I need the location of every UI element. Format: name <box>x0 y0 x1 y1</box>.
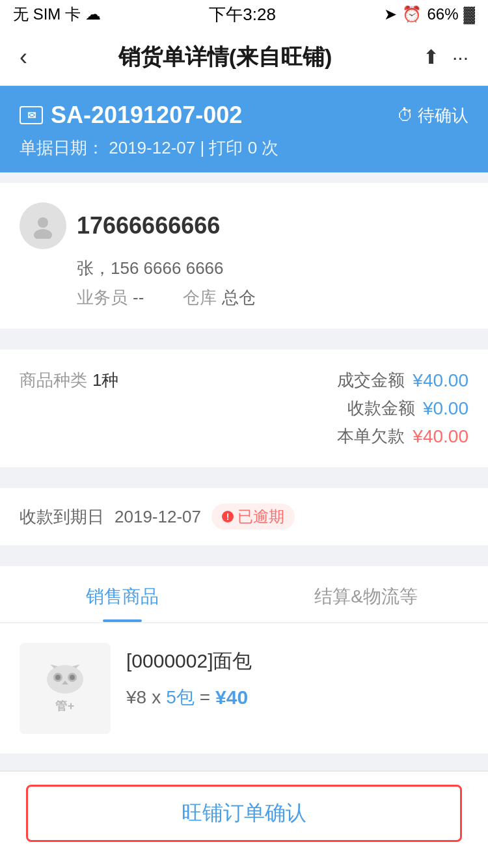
summary-section: 商品种类 1种 成交金额 ¥40.00 收款金额 ¥0.00 本单欠款 ¥40.… <box>0 349 488 467</box>
divider-2 <box>0 339 488 349</box>
tab-sales-label: 销售商品 <box>86 586 159 606</box>
tab-settlement-label: 结算&物流等 <box>314 586 418 606</box>
owed-value: ¥40.00 <box>413 426 468 447</box>
envelope-icon: ✉ <box>20 106 43 124</box>
svg-point-2 <box>47 665 83 694</box>
page-title: 销货单详情(来自旺铺) <box>118 42 332 72</box>
share-icon[interactable]: ⬆ <box>423 46 439 68</box>
nav-bar: ‹ 销货单详情(来自旺铺) ⬆ ··· <box>0 29 488 86</box>
date-value: 2019-12-07 <box>109 138 195 157</box>
customer-header: 17666666666 <box>20 202 468 249</box>
location-icon: ➤ <box>384 5 397 23</box>
divider-4 <box>0 556 488 566</box>
confirm-button[interactable]: 旺铺订单确认 <box>26 785 462 842</box>
overdue-text: 已逾期 <box>237 506 284 527</box>
divider-1 <box>0 172 488 183</box>
battery-icon: ▓ <box>463 5 475 23</box>
order-id-text: SA-20191207-002 <box>51 102 242 129</box>
goods-type-label: 商品种类 <box>20 369 87 392</box>
product-list: 管+ [0000002]面包 ¥8 x 5包 = ¥40 <box>0 623 488 753</box>
battery-status: 66% <box>427 5 458 23</box>
transaction-label: 成交金额 <box>337 369 405 392</box>
warehouse-value: 总仓 <box>222 286 256 309</box>
owed-label: 本单欠款 <box>337 425 405 448</box>
svg-point-5 <box>55 675 61 680</box>
overdue-badge: ! 已逾期 <box>211 504 295 530</box>
goods-type: 商品种类 1种 <box>20 369 118 392</box>
product-details: [0000002]面包 ¥8 x 5包 = ¥40 <box>126 643 468 710</box>
owed-amount-row: 本单欠款 ¥40.00 <box>337 425 468 448</box>
avatar <box>20 202 66 249</box>
customer-section: 17666666666 张，156 6666 6666 业务员 -- 仓库 总仓 <box>0 183 488 329</box>
svg-point-1 <box>34 229 52 239</box>
tabs-section: 销售商品 结算&物流等 <box>0 566 488 753</box>
product-image: 管+ <box>20 643 111 734</box>
nav-actions: ⬆ ··· <box>423 46 468 68</box>
product-placeholder: 管+ <box>42 663 88 714</box>
tab-settlement[interactable]: 结算&物流等 <box>244 566 488 622</box>
transaction-amount-row: 成交金额 ¥40.00 <box>337 369 468 392</box>
order-status: ⏱ 待确认 <box>397 104 468 127</box>
print-info: 打印 0 次 <box>209 138 278 157</box>
clock-icon: ⏱ <box>397 105 414 126</box>
back-button[interactable]: ‹ <box>20 44 27 71</box>
due-date: 2019-12-07 <box>115 507 201 527</box>
divider-3 <box>0 478 488 488</box>
order-header: ✉ SA-20191207-002 ⏱ 待确认 单据日期： 2019-12-07… <box>0 86 488 172</box>
goods-type-value: 1种 <box>92 369 118 392</box>
due-label: 收款到期日 <box>20 506 104 528</box>
received-label: 收款金额 <box>347 397 415 420</box>
product-item: 管+ [0000002]面包 ¥8 x 5包 = ¥40 <box>20 643 468 734</box>
status-right: ➤ ⏰ 66% ▓ <box>384 5 475 23</box>
tabs-header: 销售商品 结算&物流等 <box>0 566 488 623</box>
multiply-sign: x <box>152 687 161 708</box>
received-value: ¥0.00 <box>423 398 468 419</box>
overdue-dot-icon: ! <box>222 511 234 522</box>
tab-sales-products[interactable]: 销售商品 <box>0 566 244 622</box>
confirm-button-label: 旺铺订单确认 <box>182 799 306 828</box>
due-section: 收款到期日 2019-12-07 ! 已逾期 <box>0 488 488 545</box>
warehouse-label: 仓库 <box>183 286 217 309</box>
svg-point-6 <box>70 675 75 680</box>
warehouse: 仓库 总仓 <box>183 286 256 309</box>
status-time: 下午3:28 <box>209 3 276 26</box>
total-price: ¥40 <box>215 686 248 709</box>
transaction-value: ¥40.00 <box>413 370 468 391</box>
sim-status: 无 SIM 卡 ☁ <box>13 4 101 25</box>
sales-rep: 业务员 -- <box>77 286 144 309</box>
status-text: 待确认 <box>418 104 468 127</box>
product-price-row: ¥8 x 5包 = ¥40 <box>126 685 468 710</box>
sales-label: 业务员 <box>77 286 128 309</box>
status-bar: 无 SIM 卡 ☁ 下午3:28 ➤ ⏰ 66% ▓ <box>0 0 488 29</box>
alarm-icon: ⏰ <box>402 5 422 23</box>
status-left: 无 SIM 卡 ☁ <box>13 4 101 25</box>
amounts: 成交金额 ¥40.00 收款金额 ¥0.00 本单欠款 ¥40.00 <box>337 369 468 448</box>
equals-sign: = <box>200 687 210 708</box>
product-name: [0000002]面包 <box>126 648 468 675</box>
more-icon[interactable]: ··· <box>452 46 468 68</box>
order-date: 单据日期： 2019-12-07 | 打印 0 次 <box>20 137 468 159</box>
bottom-bar: 旺铺订单确认 <box>0 770 488 868</box>
brand-text: 管+ <box>55 698 75 714</box>
customer-phone: 17666666666 <box>77 212 220 239</box>
customer-name: 张，156 6666 6666 <box>20 257 468 280</box>
order-id: ✉ SA-20191207-002 <box>20 102 242 129</box>
customer-meta: 业务员 -- 仓库 总仓 <box>20 286 468 309</box>
quantity: 5包 <box>166 685 195 710</box>
price-unit: ¥8 <box>126 687 146 708</box>
sales-value: -- <box>133 288 144 308</box>
svg-point-0 <box>38 217 48 228</box>
date-separator: | <box>200 138 209 157</box>
date-label: 单据日期： <box>20 138 104 157</box>
received-amount-row: 收款金额 ¥0.00 <box>347 397 468 420</box>
